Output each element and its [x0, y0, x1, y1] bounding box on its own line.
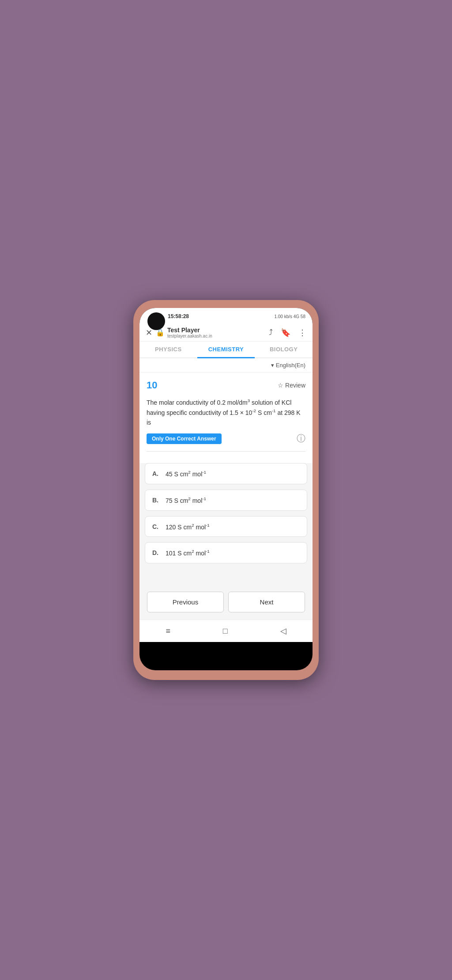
option-a[interactable]: A. 45 S cm2 mol-1	[145, 463, 307, 484]
option-b-text: 75 S cm2 mol-1	[166, 496, 206, 504]
next-button[interactable]: Next	[228, 592, 305, 612]
option-d-label: D.	[152, 549, 161, 556]
android-nav-bar: ≡ □ ◁	[139, 619, 313, 642]
question-text-part3: S cm	[256, 409, 272, 416]
phone-screen: 15:58:28 1.00 kb/s 4G 58 ✕ 🔒 Test Player…	[139, 308, 313, 670]
browser-url: testplayer.aakash.ac.in	[167, 334, 212, 338]
subject-tabs: PHYSICS CHEMISTRY BIOLOGY	[139, 342, 313, 358]
phone-frame: 15:58:28 1.00 kb/s 4G 58 ✕ 🔒 Test Player…	[133, 300, 319, 680]
question-header: 10 ☆ Review	[147, 380, 305, 391]
option-a-label: A.	[152, 470, 161, 477]
question-text-part1: The molar conductivity of 0.2 mol/dm	[147, 399, 248, 406]
option-d[interactable]: D. 101 S cm2 mol-1	[145, 542, 307, 563]
language-bar: ▾ English(En)	[139, 358, 313, 372]
android-back-button[interactable]: ◁	[271, 624, 295, 638]
tab-biology[interactable]: BIOLOGY	[255, 342, 313, 357]
info-icon[interactable]: ⓘ	[297, 433, 305, 444]
browser-bar: ✕ 🔒 Test Player testplayer.aakash.ac.in …	[139, 324, 313, 342]
review-label: Review	[285, 382, 305, 389]
tab-physics[interactable]: PHYSICS	[139, 342, 197, 357]
browser-actions: ⤴ 🔖 ⋮	[268, 327, 307, 338]
question-text: The molar conductivity of 0.2 mol/dm3 so…	[147, 397, 305, 427]
bookmark-button[interactable]: 🔖	[280, 327, 291, 338]
android-home-button[interactable]: □	[214, 625, 237, 638]
question-number: 10	[147, 380, 157, 391]
question-sup2: -2	[252, 408, 256, 413]
more-options-button[interactable]: ⋮	[298, 327, 307, 338]
spacer	[139, 574, 313, 587]
status-time: 15:58:28	[168, 313, 189, 319]
divider	[147, 451, 305, 452]
star-icon: ☆	[278, 382, 283, 389]
browser-title: Test Player	[167, 327, 212, 334]
option-b[interactable]: B. 75 S cm2 mol-1	[145, 490, 307, 511]
option-c[interactable]: C. 120 S cm2 mol-1	[145, 516, 307, 537]
options-list: A. 45 S cm2 mol-1 B. 75 S cm2 mol-1 C. 1…	[139, 463, 313, 574]
android-menu-button[interactable]: ≡	[157, 625, 179, 638]
previous-button[interactable]: Previous	[147, 592, 224, 612]
language-chevron: ▾	[271, 362, 276, 368]
browser-title-block: Test Player testplayer.aakash.ac.in	[167, 327, 212, 338]
status-icons: 1.00 kb/s 4G 58	[274, 314, 305, 319]
content-area: ▾ English(En) 10 ☆ Review The molar cond…	[139, 358, 313, 642]
nav-buttons: Previous Next	[139, 587, 313, 619]
question-sup3: -1	[272, 408, 276, 413]
status-bar: 15:58:28 1.00 kb/s 4G 58	[139, 308, 313, 324]
option-b-label: B.	[152, 497, 161, 504]
share-button[interactable]: ⤴	[268, 327, 274, 338]
option-a-text: 45 S cm2 mol-1	[166, 470, 206, 478]
option-d-text: 101 S cm2 mol-1	[166, 549, 210, 557]
language-label[interactable]: English(En)	[276, 362, 305, 368]
option-c-label: C.	[152, 523, 161, 530]
answer-type-badge: Only One Correct Answer	[147, 433, 222, 444]
camera-notch	[147, 312, 165, 330]
question-card: 10 ☆ Review The molar conductivity of 0.…	[139, 372, 313, 463]
review-button[interactable]: ☆ Review	[278, 382, 305, 389]
option-c-text: 120 S cm2 mol-1	[166, 523, 210, 531]
tab-chemistry[interactable]: CHEMISTRY	[197, 342, 255, 358]
